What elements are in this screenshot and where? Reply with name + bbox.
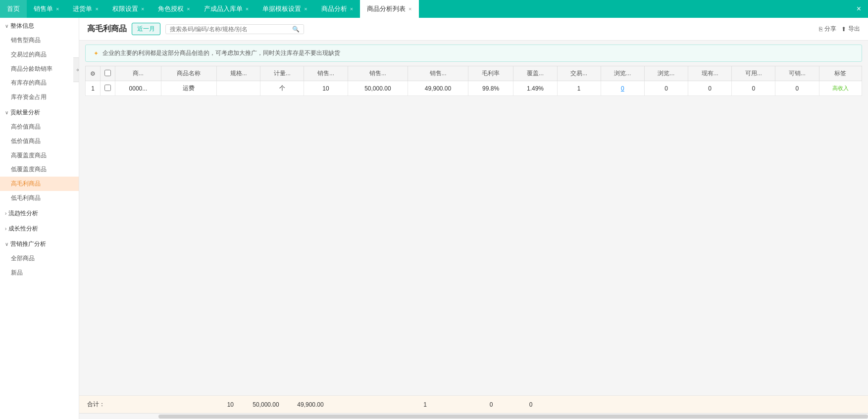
th-settings[interactable]: ⚙ [86, 66, 101, 81]
table-wrapper[interactable]: ⚙ 商... 商品名称 规格... 计量... [79, 66, 868, 395]
sidebar-item-low-margin[interactable]: 低毛利商品 [0, 191, 79, 205]
filter-recent-month-button[interactable]: 近一月 [132, 23, 160, 35]
sidebar-item-age-assist[interactable]: 商品分龄助销率 [0, 62, 79, 76]
main-layout: « ∨ 整体信息 销售型商品 交易过的商品 商品分龄助销率 有库存的商品 库存资… [0, 18, 868, 419]
cell-index: 1 [86, 81, 101, 96]
search-input[interactable] [170, 26, 292, 33]
search-box: 🔍 [165, 24, 304, 34]
close-sales-order[interactable]: × [56, 6, 59, 12]
page-title: 高毛利商品 [87, 24, 127, 34]
select-all-checkbox[interactable] [104, 70, 111, 76]
cell-saleable: 0 [775, 81, 819, 96]
th-checkbox[interactable] [101, 66, 115, 81]
footer-cells: 10 50,000.00 49,900.00 1 0 0 [115, 401, 860, 408]
nav-template-settings[interactable]: 单据模板设置 × [255, 0, 314, 18]
cell-browse1[interactable]: 0 [601, 81, 644, 96]
footer-bar: 合计： 10 50,000.00 49,900.00 1 0 [79, 395, 868, 413]
footer-cell-browse [432, 401, 471, 408]
close-permission-settings[interactable]: × [141, 6, 144, 12]
chevron-right-icon: › [5, 211, 6, 216]
top-nav: 首页 销售单 × 进货单 × 权限设置 × 角色授权 × 产成品入库单 × 单据… [0, 0, 868, 18]
cell-sales-amount: 50,000.00 [348, 81, 408, 96]
nav-product-inbound[interactable]: 产成品入库单 × [197, 0, 255, 18]
main-table: ⚙ 商... 商品名称 规格... 计量... [85, 66, 862, 96]
th-sales-cost[interactable]: 销售... [408, 66, 468, 81]
export-button[interactable]: ⬆ 导出 [841, 25, 860, 33]
nav-product-analysis-list[interactable]: 商品分析列表 × [360, 0, 418, 18]
horizontal-scrollbar[interactable] [79, 413, 868, 419]
th-gross-rate[interactable]: 毛利率 [468, 66, 513, 81]
cell-spec [217, 81, 260, 96]
cell-browse2: 0 [644, 81, 688, 96]
sidebar-item-stock-capital[interactable]: 库存资金占用 [0, 90, 79, 104]
export-icon: ⬆ [841, 26, 846, 33]
cell-unit: 个 [260, 81, 304, 96]
footer-cell-amount: 50,000.00 [244, 401, 288, 408]
th-name[interactable]: 商品名称 [161, 66, 216, 81]
chevron-down-icon-3: ∨ [5, 241, 8, 247]
cell-stock1: 0 [688, 81, 732, 96]
chevron-down-icon-2: ∨ [5, 110, 8, 115]
cell-sales-qty: 10 [304, 81, 348, 96]
close-role-auth[interactable]: × [187, 6, 190, 12]
close-all-button[interactable]: × [850, 0, 868, 18]
th-trade[interactable]: 交易... [557, 66, 601, 81]
th-unit[interactable]: 计量... [260, 66, 304, 81]
share-button[interactable]: ⎘ 分享 [819, 25, 836, 33]
close-purchase-order[interactable]: × [95, 6, 98, 12]
nav-sales-order[interactable]: 销售单 × [27, 0, 66, 18]
close-template-settings[interactable]: × [304, 6, 307, 12]
sidebar-group-trend[interactable]: › 流趋性分析 [0, 205, 79, 221]
info-icon: ✦ [94, 50, 99, 57]
footer-cell-saleable: 0 [511, 401, 551, 408]
sidebar-group-overall[interactable]: ∨ 整体信息 [0, 18, 79, 33]
cell-sales-cost: 49,900.00 [408, 81, 468, 96]
cell-tag: 高收入 [819, 81, 862, 96]
scrollbar-thumb[interactable] [158, 415, 868, 419]
th-spec[interactable]: 规格... [217, 66, 260, 81]
cell-coverage: 1.49% [513, 81, 557, 96]
cell-available: 0 [732, 81, 775, 96]
sidebar-item-high-margin[interactable]: 高毛利商品 [0, 177, 79, 191]
nav-permission-settings[interactable]: 权限设置 × [105, 0, 151, 18]
th-sales-amount[interactable]: 销售... [348, 66, 408, 81]
sidebar-item-low-value[interactable]: 低价值商品 [0, 134, 79, 148]
sidebar: « ∨ 整体信息 销售型商品 交易过的商品 商品分龄助销率 有库存的商品 库存资… [0, 18, 79, 419]
footer-cell-available: 0 [471, 401, 511, 408]
th-browse1[interactable]: 浏览... [601, 66, 644, 81]
close-product-analysis[interactable]: × [350, 6, 353, 12]
footer-total-label: 合计： [87, 400, 105, 409]
th-saleable[interactable]: 可销... [775, 66, 819, 81]
th-browse2[interactable]: 浏览... [644, 66, 688, 81]
cell-checkbox[interactable] [101, 81, 115, 96]
sidebar-item-traded-goods[interactable]: 交易过的商品 [0, 47, 79, 62]
sidebar-collapse-button[interactable]: « [73, 57, 79, 82]
th-code[interactable]: 商... [115, 66, 161, 81]
th-tag[interactable]: 标签 [819, 66, 862, 81]
sidebar-item-stocked-goods[interactable]: 有库存的商品 [0, 76, 79, 90]
sidebar-item-sales-goods[interactable]: 销售型商品 [0, 33, 79, 47]
th-available[interactable]: 可用... [732, 66, 775, 81]
nav-purchase-order[interactable]: 进货单 × [66, 0, 105, 18]
sidebar-item-high-value[interactable]: 高价值商品 [0, 120, 79, 134]
th-sales-qty[interactable]: 销售... [304, 66, 348, 81]
info-banner: ✦ 企业的主要的利润都是这部分商品创造的，可考虑加大推广，同时关注库存是不要出现… [85, 45, 862, 62]
header-actions: ⎘ 分享 ⬆ 导出 [819, 25, 860, 33]
cell-code: 0000... [115, 81, 161, 96]
th-coverage[interactable]: 覆盖... [513, 66, 557, 81]
th-stock1[interactable]: 现有... [688, 66, 732, 81]
nav-home[interactable]: 首页 [0, 0, 27, 18]
nav-product-analysis[interactable]: 商品分析 × [314, 0, 360, 18]
close-product-analysis-list[interactable]: × [408, 6, 411, 12]
nav-role-auth[interactable]: 角色授权 × [151, 0, 197, 18]
sidebar-item-new-goods[interactable]: 新品 [0, 266, 79, 280]
close-product-inbound[interactable]: × [246, 6, 249, 12]
row-checkbox[interactable] [104, 85, 111, 91]
sidebar-group-marketing[interactable]: ∨ 营销推广分析 [0, 236, 79, 251]
sidebar-item-high-coverage[interactable]: 高覆盖度商品 [0, 148, 79, 163]
sidebar-item-all-goods[interactable]: 全部商品 [0, 251, 79, 266]
sidebar-group-growth[interactable]: › 成长性分析 [0, 221, 79, 236]
search-icon[interactable]: 🔍 [292, 26, 300, 33]
sidebar-item-low-coverage[interactable]: 低覆盖度商品 [0, 162, 79, 177]
sidebar-group-contribution[interactable]: ∨ 贡献量分析 [0, 104, 79, 120]
